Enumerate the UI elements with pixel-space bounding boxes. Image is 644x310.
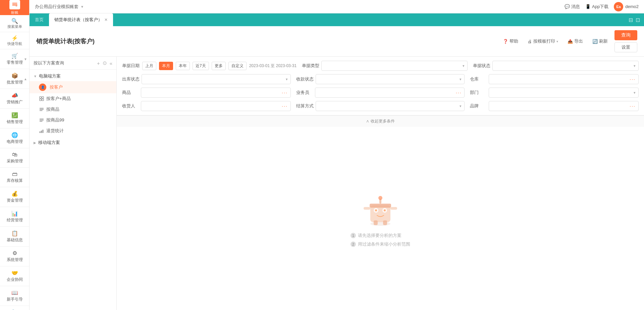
operations-icon: 📊 — [11, 210, 18, 217]
brand-input[interactable]: ··· — [489, 101, 639, 111]
scheme-panel: 按以下方案查询 + ⊙ « ▼ 电脑端方案 👤 — [30, 57, 117, 310]
date-btn-more[interactable]: 更多 — [212, 62, 226, 70]
header-left: 办公用品行业模拟账套 ▾ — [35, 4, 83, 10]
search-menu-item[interactable]: 🔍 搜索菜单 — [0, 15, 29, 32]
refresh-button[interactable]: 🔄 刷新 — [590, 37, 610, 46]
main-area: 办公用品行业模拟账套 ▾ 💬 消息 📱 App下载 Ea demo2 首页 — [30, 0, 644, 310]
svg-rect-11 — [40, 132, 41, 133]
sidebar-onboarding[interactable]: 📖 新手引导 — [0, 286, 29, 306]
sidebar-inventory[interactable]: 🗃 库存核算 — [0, 168, 29, 187]
warehouse-input[interactable]: ··· — [489, 74, 639, 84]
filter-item-warehouse: 仓库 ··· — [470, 74, 639, 84]
product-dots-icon: ··· — [282, 90, 288, 95]
tab-minimize-icon[interactable]: ⊟ — [629, 17, 633, 23]
settings-button[interactable]: 设置 — [614, 42, 637, 52]
sidebar-marketing[interactable]: 📣 营销推广 — [0, 89, 29, 109]
system-icon: ⚙ — [12, 250, 17, 256]
messages-button[interactable]: 💬 消息 — [565, 4, 580, 10]
desktop-group-header[interactable]: ▼ 电脑端方案 — [30, 71, 116, 81]
tab-maximize-icon[interactable]: ⊡ — [636, 17, 640, 23]
scheme-item-by-customer-product[interactable]: 按客户+商品 — [30, 93, 116, 104]
query-button[interactable]: 查询 — [614, 30, 637, 40]
settlement-arrow-icon: ▾ — [460, 104, 462, 108]
sidebar-ecommerce[interactable]: 🌐 电商管理 — [0, 128, 29, 148]
scheme-by-product-label: 按商品 — [46, 106, 59, 112]
salesperson-input[interactable]: ··· — [315, 88, 465, 98]
product-label: 商品 — [122, 90, 139, 96]
svg-rect-26 — [383, 220, 387, 225]
scheme-item-by-product[interactable]: 按商品 — [30, 104, 116, 115]
template-print-label: 按模板打印 — [533, 38, 555, 44]
page-title: 销货单统计表(按客户) — [36, 37, 95, 45]
scheme-by-product-99-label: 按商品99 — [46, 117, 64, 123]
finance-label: 资金管理 — [7, 198, 23, 203]
tab-home[interactable]: 首页 — [30, 13, 49, 26]
filter-item-department: 部门 ▾ — [470, 88, 639, 98]
help-button[interactable]: ❓ 帮助 — [500, 37, 521, 46]
scheme-settings-icon[interactable]: ⊙ — [103, 60, 107, 66]
sidebar-finance[interactable]: 💰 资金管理 — [0, 187, 29, 207]
scheme-item-by-product-99[interactable]: 按商品99 — [30, 115, 116, 125]
system-label: 系统管理 — [7, 257, 23, 263]
mobile-scheme-group[interactable]: ▶ 移动端方案 — [30, 138, 116, 148]
sidebar-sales-management[interactable]: 💹 销售管理 — [0, 109, 29, 128]
quick-nav-item[interactable]: ⚡ 快捷导航 — [0, 32, 29, 49]
sidebar-system[interactable]: ⚙ 系统管理 — [0, 247, 29, 266]
department-arrow-icon: ▾ — [634, 91, 636, 95]
agreement-icon: 🤝 — [11, 270, 18, 276]
date-btn-this-month[interactable]: 本月 — [159, 62, 173, 70]
receipt-status-input[interactable]: ▾ — [316, 74, 465, 84]
template-print-button[interactable]: 🖨 按模板打印 ▾ — [525, 37, 561, 46]
collapse-more-conditions-button[interactable]: ∧ 收起更多条件 — [117, 115, 644, 127]
doc-status-input[interactable]: ▾ — [492, 61, 639, 71]
svg-rect-15 — [370, 205, 390, 222]
desktop-scheme-group: ▼ 电脑端方案 👤 按客户 按客户+商品 — [30, 70, 116, 138]
out-status-input[interactable]: ▾ — [142, 74, 291, 84]
page-content: 销货单统计表(按客户) ❓ 帮助 🖨 按模板打印 ▾ 📤 导出 🔄 刷新 — [30, 26, 644, 310]
customer-product-icon — [39, 96, 44, 101]
sidebar-retail-management[interactable]: 🛒 零售管理 ▼ — [0, 49, 29, 69]
tab-bar: 首页 销货单统计表（按客户） ✕ ⊟ ⊡ — [30, 13, 644, 26]
return-stat-icon — [39, 128, 44, 134]
sidebar-wholesale-management[interactable]: 📦 批发管理 ▲ — [0, 69, 29, 89]
doc-status-arrow-icon: ▾ — [634, 64, 636, 68]
scheme-collapse-icon[interactable]: « — [110, 60, 112, 66]
messages-label: 消息 — [571, 4, 580, 10]
user-profile[interactable]: Ea demo2 — [614, 2, 639, 11]
sidebar-purchase[interactable]: 🛍 采购管理 — [0, 148, 29, 168]
department-input[interactable]: ▾ — [489, 88, 639, 98]
settlement-input[interactable]: ▾ — [316, 101, 465, 111]
quick-nav-label: 快捷导航 — [7, 41, 22, 46]
date-btn-custom[interactable]: 自定义 — [228, 62, 247, 70]
receiver-input[interactable]: ··· — [141, 101, 291, 111]
date-filter: 上月 本月 本年 近7天 更多 自定义 2023-03-01 至 2023-03… — [142, 62, 297, 70]
svg-rect-2 — [42, 97, 44, 98]
svg-point-22 — [384, 209, 386, 211]
sidebar-operations[interactable]: 📊 经营管理 — [0, 207, 29, 227]
date-btn-last-month[interactable]: 上月 — [142, 62, 156, 70]
doc-type-input[interactable]: ▾ — [321, 61, 468, 71]
collapse-up-icon: ∧ — [366, 119, 369, 123]
tab-home-label: 首页 — [35, 17, 44, 23]
app-download-button[interactable]: 📱 App下载 — [585, 4, 608, 10]
header-dropdown-arrow-icon[interactable]: ▾ — [81, 4, 83, 9]
tab-sales-stat[interactable]: 销货单统计表（按客户） ✕ — [49, 13, 113, 26]
sidebar-basic-info[interactable]: 📋 基础信息 — [0, 227, 29, 247]
refresh-label: 刷新 — [599, 38, 608, 44]
help-label: 帮助 — [509, 38, 518, 44]
product-icon — [39, 107, 44, 112]
app-logo[interactable]: 标账 — [0, 0, 30, 15]
scheme-add-icon[interactable]: + — [97, 60, 100, 66]
date-btn-this-year[interactable]: 本年 — [176, 62, 190, 70]
export-button[interactable]: 📤 导出 — [565, 37, 586, 46]
sidebar-enterprise-agreement[interactable]: 🤝 企业协同 — [0, 266, 29, 286]
basic-icon: 📋 — [11, 230, 18, 237]
scheme-item-return-stat[interactable]: 退货统计 — [30, 125, 116, 136]
date-btn-last-7-days[interactable]: 近7天 — [193, 62, 209, 70]
scheme-item-by-customer[interactable]: 👤 按客户 — [30, 81, 116, 93]
product-input[interactable]: ··· — [141, 88, 291, 98]
message-icon: 💬 — [565, 4, 570, 9]
tab-close-icon[interactable]: ✕ — [104, 18, 108, 22]
sidebar-app-center[interactable]: 🔧 应用中心 — [0, 306, 29, 310]
content-body: 按以下方案查询 + ⊙ « ▼ 电脑端方案 👤 — [30, 57, 644, 310]
